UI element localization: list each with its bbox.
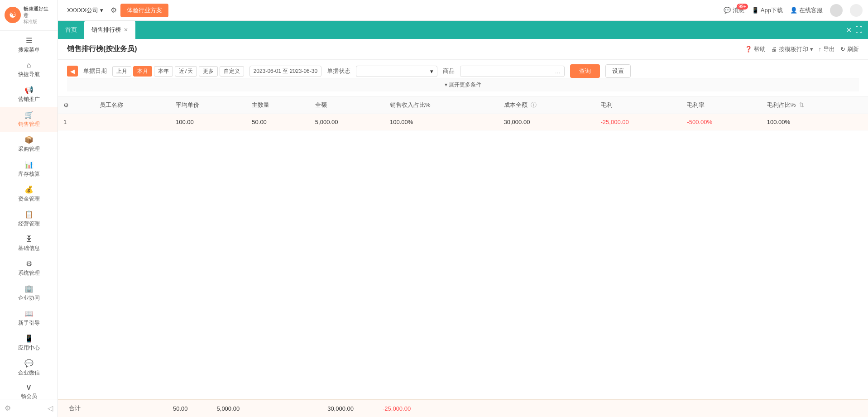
sidebar-item-sales[interactable]: 🛒 销售管理 [0, 107, 58, 132]
table-footer: 合计 50.00 5,000.00 30,000.00 -25,000.00 [58, 399, 868, 417]
setting-button[interactable]: 设置 [605, 64, 631, 78]
inventory-icon: 📊 [24, 160, 34, 169]
sidebar-item-members[interactable]: V 畅会员 [0, 380, 58, 399]
sidebar-item-label: 搜索菜单 [18, 46, 40, 54]
filter-row: ◀ 单据日期 上月 本月 本年 近7天 更多 自定义 2023-06-01 至 … [67, 64, 859, 78]
tab-maximize-icon[interactable]: ⛶ [855, 26, 863, 34]
cell-cost: 30,000.00 [499, 114, 595, 130]
sidebar-item-enterprise[interactable]: 🏢 企业协同 [0, 281, 58, 306]
col-quantity: 主数量 [246, 96, 310, 114]
topbar-right: 💬 消息 99+ 📱 App下载 👤 在线客服 [724, 4, 863, 17]
filter-collapse-button[interactable]: ◀ [67, 66, 78, 77]
tab-home-label: 首页 [65, 26, 77, 34]
sidebar-item-label: 应用中心 [18, 344, 40, 352]
service-icon: 👤 [790, 7, 797, 14]
sidebar-item-search[interactable]: ☰ 搜索菜单 [0, 33, 58, 58]
export-button[interactable]: ↑ 导出 [819, 45, 835, 53]
filter-bar: ◀ 单据日期 上月 本月 本年 近7天 更多 自定义 2023-06-01 至 … [58, 60, 868, 96]
help-button[interactable]: ❓ 帮助 [745, 45, 766, 53]
user-avatar[interactable] [830, 4, 843, 17]
try-industry-button[interactable]: 体验行业方案 [120, 4, 168, 17]
marketing-icon: 📢 [24, 86, 34, 94]
date-btn-more[interactable]: 更多 [199, 66, 218, 77]
col-profit: 毛利 [595, 96, 682, 114]
status-select[interactable]: ▾ [356, 66, 437, 77]
online-service-item[interactable]: 👤 在线客服 [790, 6, 823, 14]
sidebar-item-inventory[interactable]: 📊 库存核算 [0, 157, 58, 182]
sidebar-item-finance[interactable]: 💰 资金管理 [0, 182, 58, 206]
refresh-button[interactable]: ↻ 刷新 [840, 45, 859, 53]
print-icon: 🖨 [771, 46, 777, 53]
export-icon: ↑ [819, 46, 822, 53]
col-settings-icon[interactable]: ⚙ [63, 102, 69, 109]
tab-actions: ✕ ⛶ [840, 26, 868, 34]
sidebar-item-label: 营销推广 [18, 96, 40, 103]
tab-home[interactable]: 首页 [58, 21, 84, 39]
sidebar-item-shortcuts[interactable]: ⌂ 快捷导航 [0, 58, 58, 82]
date-btn-custom[interactable]: 自定义 [220, 66, 244, 77]
cell-employee [94, 114, 170, 130]
sidebar-item-wechat[interactable]: 💬 企业微信 [0, 355, 58, 380]
help-icon: ❓ [745, 46, 752, 53]
message-item[interactable]: 💬 消息 99+ [724, 6, 744, 14]
profit-pct-sort-icon[interactable]: ⇅ [799, 101, 804, 108]
sidebar-collapse-icon[interactable]: ◁ [48, 404, 53, 412]
tabbar: 首页 销售排行榜 ✕ ✕ ⛶ [58, 21, 868, 39]
date-btn-thisyear[interactable]: 本年 [154, 66, 173, 77]
date-btn-thismonth[interactable]: 本月 [133, 66, 152, 77]
cell-rank: 1 [58, 114, 94, 130]
sidebar: ☯ 畅康通好生意 标准版 ☰ 搜索菜单 ⌂ 快捷导航 📢 营销推广 🛒 销售管理… [0, 0, 58, 417]
sidebar-item-marketing[interactable]: 📢 营销推广 [0, 82, 58, 107]
goods-input-wrapper: … [460, 66, 565, 77]
footer-label: 合计 [63, 404, 86, 412]
date-btn-lastmonth[interactable]: 上月 [112, 66, 131, 77]
tab-sales-ranking-label: 销售排行榜 [91, 26, 121, 34]
online-service-label: 在线客服 [799, 6, 823, 14]
sidebar-settings-icon[interactable]: ⚙ [5, 404, 11, 412]
tab-minimize-icon[interactable]: ✕ [846, 26, 852, 34]
goods-more-icon[interactable]: … [551, 68, 564, 75]
sidebar-item-guide[interactable]: 📖 新手引导 [0, 306, 58, 331]
sidebar-item-label: 经营管理 [18, 220, 40, 228]
query-button[interactable]: 查询 [570, 64, 600, 78]
tab-close-icon[interactable]: ✕ [124, 27, 128, 33]
app-download-item[interactable]: 📱 App下载 [752, 6, 783, 14]
col-sales-pct: 销售收入占比% [384, 96, 498, 114]
date-buttons: 上月 本月 本年 近7天 更多 自定义 [112, 66, 244, 77]
sidebar-item-system[interactable]: ⚙ 系统管理 [0, 256, 58, 281]
sidebar-item-purchase[interactable]: 📦 采购管理 [0, 132, 58, 157]
col-profit-pct: 毛利占比% ⇅ [762, 96, 868, 114]
sidebar-item-label: 采购管理 [18, 145, 40, 153]
guide-icon: 📖 [24, 309, 34, 318]
print-button[interactable]: 🖨 按模板打印 ▾ [771, 45, 813, 53]
tab-sales-ranking[interactable]: 销售排行榜 ✕ [84, 21, 135, 39]
col-employee: 员工名称 [94, 96, 170, 114]
date-range-input[interactable]: 2023-06-01 至 2023-06-30 [249, 66, 321, 77]
cost-info-icon[interactable]: ⓘ [531, 101, 537, 108]
table-row: 1 100.00 50.00 5,000.00 100.00% 30,000.0… [58, 114, 868, 130]
page-header: 销售排行榜(按业务员) ❓ 帮助 🖨 按模板打印 ▾ ↑ 导出 ↻ 刷新 [58, 39, 868, 60]
footer-quantity: 50.00 [168, 405, 193, 412]
main-area: XXXXX公司 ▾ ⚙ 体验行业方案 💬 消息 99+ 📱 App下载 👤 在线… [58, 0, 868, 417]
sidebar-item-label: 企业微信 [18, 369, 40, 377]
sidebar-item-operations[interactable]: 📋 经营管理 [0, 206, 58, 231]
sidebar-item-label: 新手引导 [18, 319, 40, 327]
topbar-settings-icon[interactable]: ⚙ [110, 6, 117, 14]
wechat-icon: 💬 [24, 359, 34, 368]
sidebar-item-appcenter[interactable]: 📱 应用中心 [0, 331, 58, 355]
sidebar-item-label: 快捷导航 [18, 71, 40, 78]
message-icon: 💬 [724, 7, 731, 14]
sidebar-nav: ☰ 搜索菜单 ⌂ 快捷导航 📢 营销推广 🛒 销售管理 📦 采购管理 📊 库存核… [0, 31, 58, 399]
goods-input[interactable] [460, 66, 551, 77]
footer-profit: -25,000.00 [377, 405, 416, 412]
expand-conditions-row[interactable]: ▾ 展开更多条件 [67, 78, 859, 91]
system-icon: ⚙ [26, 259, 32, 268]
user-avatar2[interactable] [850, 4, 863, 17]
finance-icon: 💰 [24, 185, 34, 194]
message-badge: 99+ [737, 4, 748, 10]
date-btn-7days[interactable]: 近7天 [175, 66, 197, 77]
company-selector[interactable]: XXXXX公司 ▾ [63, 5, 107, 16]
sidebar-item-basicinfo[interactable]: 🗄 基础信息 [0, 231, 58, 256]
sidebar-item-label: 系统管理 [18, 269, 40, 277]
sidebar-bottom: ⚙ ◁ [0, 399, 58, 417]
